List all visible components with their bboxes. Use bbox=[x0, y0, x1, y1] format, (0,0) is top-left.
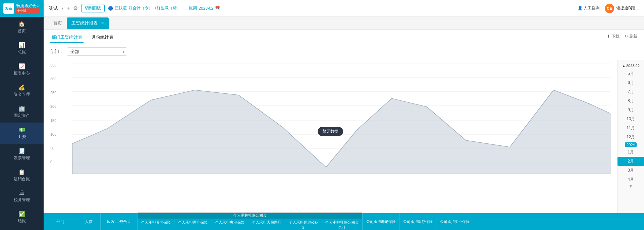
sidebar-item-首页[interactable]: 🏠首页 bbox=[0, 17, 44, 38]
period-value: 2023-02 bbox=[199, 6, 213, 11]
nav-icon-固定资产: 🏢 bbox=[18, 105, 25, 112]
nav-label-工资: 工资 bbox=[18, 134, 26, 140]
chart-tooltip: 暂无数据 bbox=[318, 127, 343, 136]
th-personal-old: 个人承担养老保险 bbox=[138, 219, 174, 226]
dept-select[interactable]: 全部 bbox=[67, 47, 127, 56]
th-personal-group: 个人承担社保公积金 个人承担养老保险 个人承担医疗保险 个人承担失业保险 个人承… bbox=[138, 212, 363, 230]
th-company-unemploy: 公司承担失业保险 bbox=[436, 213, 473, 230]
nav-icon-结账: ✅ bbox=[18, 211, 25, 217]
logo-name: 畅捷通好会计 bbox=[16, 3, 40, 9]
download-button[interactable]: ⬇ 下载 bbox=[607, 34, 620, 39]
logo-edition: 专业版 bbox=[16, 8, 40, 13]
account-type: 好会计（专） bbox=[128, 5, 153, 11]
sidebar-item-归档管理[interactable]: 📁归档管理 bbox=[0, 228, 44, 230]
sidebar-item-进销台账[interactable]: 📋进销台账 bbox=[0, 165, 44, 186]
company-name: 测试 bbox=[49, 5, 58, 11]
th-company-medical: 公司承担医疗保险 bbox=[399, 213, 436, 230]
th-personal-cols: 个人承担养老保险 个人承担医疗保险 个人承担失业保险 个人承担大额医疗 个人承担… bbox=[138, 219, 362, 230]
month-2-active[interactable]: 2月 bbox=[618, 157, 644, 166]
sidebar: 好会 畅捷通好会计 专业版 🏠首页📊总账📈报表中心💰资金管理🏢固定资产💵工资🧾发… bbox=[0, 0, 44, 230]
year-up-icon[interactable]: ▲ bbox=[622, 64, 626, 68]
nav-icon-发票管理: 🧾 bbox=[18, 148, 25, 154]
certified-label: 已认证 bbox=[115, 5, 127, 11]
sidebar-item-固定资产[interactable]: 🏢固定资产 bbox=[0, 101, 44, 123]
tab-close-icon[interactable]: ✕ bbox=[101, 21, 104, 25]
switch-version-button[interactable]: 切到旧版 bbox=[81, 4, 105, 12]
nav-icon-资金管理: 💰 bbox=[18, 84, 25, 91]
tab-home-label: 首页 bbox=[53, 20, 62, 26]
user-name: 轻捷通B距… bbox=[616, 5, 639, 11]
nav-icon-进销台账: 📋 bbox=[18, 169, 25, 175]
nav-icon-工资: 💵 bbox=[18, 127, 25, 133]
th-personal-unemploy: 个人承担失业保险 bbox=[211, 219, 248, 226]
sidebar-nav: 🏠首页📊总账📈报表中心💰资金管理🏢固定资产💵工资🧾发票管理📋进销台账🏛税务管理✅… bbox=[0, 17, 44, 230]
topbar-right: 👤 人工咨询 CE 轻捷通B距… bbox=[578, 4, 639, 13]
month-down-icon[interactable]: ▼ bbox=[629, 184, 633, 189]
logo-icon: 好会 bbox=[3, 3, 14, 14]
refresh-icon: ↻ bbox=[625, 34, 628, 39]
nav-icon-总账: 📊 bbox=[18, 42, 25, 48]
month-11[interactable]: 11月 bbox=[618, 124, 644, 133]
sidebar-item-报表中心[interactable]: 📈报表中心 bbox=[0, 59, 44, 80]
tab-home[interactable]: 首页 bbox=[49, 17, 67, 29]
refresh-button[interactable]: ↻ 刷新 bbox=[625, 34, 637, 39]
calendar-icon[interactable]: 📅 bbox=[215, 6, 220, 11]
subtab-dept[interactable]: 部门工资统计表 bbox=[50, 32, 84, 43]
month-9[interactable]: 9月 bbox=[618, 105, 644, 114]
nav-label-进销台账: 进销台账 bbox=[14, 176, 30, 182]
th-salary: 应发工资合计 bbox=[101, 213, 138, 230]
sidebar-item-税务管理[interactable]: 🏛税务管理 bbox=[0, 186, 44, 207]
help-icon: 👤 bbox=[578, 6, 583, 10]
app-logo: 好会 畅捷通好会计 专业版 bbox=[0, 0, 44, 17]
add-button[interactable]: + bbox=[67, 5, 70, 11]
download-icon: ⬇ bbox=[607, 34, 610, 39]
nav-icon-报表中心: 📈 bbox=[18, 63, 25, 70]
month-panel: ▲ 2023.02 5月 6月 7月 8月 9月 10月 11月 12月 202… bbox=[617, 60, 644, 213]
sidebar-item-资金管理[interactable]: 💰资金管理 bbox=[0, 80, 44, 101]
year-value: 2023.02 bbox=[626, 64, 640, 68]
th-personal-medical: 个人承担医疗保险 bbox=[174, 219, 211, 226]
refresh-label: 刷新 bbox=[629, 34, 637, 39]
th-count: 人数 bbox=[77, 213, 101, 230]
month-8[interactable]: 8月 bbox=[618, 96, 644, 105]
month-1[interactable]: 1月 bbox=[618, 148, 644, 157]
nav-icon-首页: 🏠 bbox=[18, 21, 25, 27]
month-12[interactable]: 12月 bbox=[618, 133, 644, 142]
sidebar-item-工资[interactable]: 💵工资 bbox=[0, 123, 44, 144]
area-chart bbox=[50, 63, 610, 177]
dept-filter-label: 部门： bbox=[50, 49, 63, 55]
sidebar-item-发票管理[interactable]: 🧾发票管理 bbox=[0, 144, 44, 165]
content-area: 首页 工资统计报表 ✕ 部门工资统计表 月份统计表 ⬇ 下载 bbox=[44, 17, 644, 230]
nav-label-固定资产: 固定资产 bbox=[14, 113, 30, 119]
table-header: 部门 人数 应发工资合计 个人承担社保公积金 个人承担养老保险 个人承担医疗保险… bbox=[44, 213, 644, 230]
settings-icon[interactable]: ⚙ bbox=[73, 5, 78, 11]
th-dept: 部门 bbox=[44, 213, 77, 230]
nav-label-资金管理: 资金管理 bbox=[14, 92, 30, 97]
year-label: ▲ 2023.02 bbox=[622, 62, 640, 69]
month-3[interactable]: 3月 bbox=[618, 166, 644, 175]
help-button[interactable]: 👤 人工咨询 bbox=[578, 5, 600, 11]
th-personal-big-medical: 个人承担大额医疗 bbox=[248, 219, 285, 226]
download-label: 下载 bbox=[611, 34, 620, 39]
main-area: 测试 ▾ + ⚙ 切到旧版 🔵 已认证 好会计（专） +好生意（标）+… 账期 … bbox=[44, 0, 644, 230]
subtab-actions: ⬇ 下载 ↻ 刷新 bbox=[607, 34, 637, 42]
sidebar-item-总账[interactable]: 📊总账 bbox=[0, 38, 44, 59]
nav-label-首页: 首页 bbox=[18, 28, 26, 34]
nav-label-结账: 结账 bbox=[18, 218, 26, 224]
subtab-monthly[interactable]: 月份统计表 bbox=[90, 32, 115, 43]
th-company-old: 公司承担养老保险 bbox=[363, 213, 399, 230]
th-personal-house: 个人承担住房公积金 bbox=[285, 219, 322, 230]
month-4[interactable]: 4月 bbox=[618, 175, 644, 184]
dept-select-wrapper: 全部 ▾ bbox=[67, 47, 127, 56]
user-info[interactable]: CE 轻捷通B距… bbox=[605, 4, 639, 13]
subtab-monthly-label: 月份统计表 bbox=[92, 35, 113, 40]
tab-salary-report[interactable]: 工资统计报表 ✕ bbox=[67, 17, 109, 29]
month-6[interactable]: 6月 bbox=[618, 78, 644, 87]
month-7[interactable]: 7月 bbox=[618, 87, 644, 96]
chart-section: 0 50 100 150 200 250 300 350 bbox=[44, 60, 644, 213]
page-content: 部门工资统计表 月份统计表 ⬇ 下载 ↻ 刷新 bbox=[44, 30, 644, 230]
month-5[interactable]: 5月 bbox=[618, 69, 644, 78]
sidebar-item-结账[interactable]: ✅结账 bbox=[0, 207, 44, 228]
dropdown-arrow-icon[interactable]: ▾ bbox=[61, 6, 63, 11]
month-10[interactable]: 10月 bbox=[618, 114, 644, 124]
